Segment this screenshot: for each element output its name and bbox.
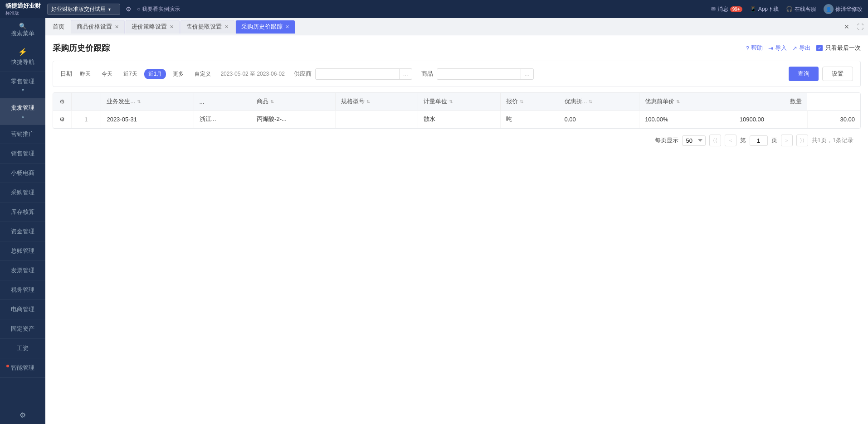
tab-close-icon[interactable]: ✕ [285, 24, 289, 30]
sort-icon: ⇅ [589, 99, 592, 104]
sidebar-item-purchase[interactable]: 采购管理 [0, 183, 45, 202]
invoice-label: 发票管理 [11, 266, 34, 275]
page-content: 采购历史价跟踪 ? 帮助 ⇥ 导入 ↗ 导出 ✓ [45, 35, 868, 424]
page-current-label: 第 [740, 136, 746, 145]
sidebar-item-retail[interactable]: 零售管理 ▾ [0, 72, 45, 98]
sidebar-item-small-ecommerce[interactable]: 小畅电商 [0, 164, 45, 183]
sales-label: 销售管理 [11, 149, 34, 158]
tab-close-icon[interactable]: ✕ [224, 24, 229, 30]
logo-sub: 标准版 [5, 10, 19, 16]
retail-label: 零售管理 [11, 77, 34, 86]
page-last-btn[interactable]: ⟩⟩ [796, 135, 808, 146]
message-item[interactable]: ✉ 消息 99+ [711, 5, 742, 13]
message-label: 消息 [717, 5, 728, 13]
page-next-btn[interactable]: ＞ [781, 135, 793, 146]
help-link[interactable]: ? 帮助 [746, 44, 763, 52]
export-link[interactable]: ↗ 导出 [792, 44, 811, 52]
tab-price-settings[interactable]: 商品价格设置 ✕ [71, 20, 125, 34]
quick-nav-icon: ⚡ [18, 48, 27, 56]
settings-icon[interactable]: ⚙ [126, 5, 132, 13]
row-gear[interactable]: ⚙ [53, 111, 71, 128]
expand-arrow-icon: ▾ [22, 87, 24, 92]
date-btn-more[interactable]: 更多 [169, 69, 188, 79]
tab-close-icon[interactable]: ✕ [170, 24, 174, 30]
table-gear-icon: ⚙ [59, 98, 65, 105]
table-header-original-price[interactable]: 优惠前单价 ⇅ [639, 93, 734, 111]
row-num: 1 [71, 111, 101, 128]
user-area[interactable]: 👤 徐泽华修改 [824, 4, 863, 14]
tab-purchase-strategy-label: 进价策略设置 [132, 23, 167, 31]
sidebar-settings-btn[interactable]: ⚙ [0, 406, 45, 424]
marketing-label: 营销推广 [11, 130, 34, 138]
date-btn-custom[interactable]: 自定义 [190, 69, 215, 79]
product-dots-btn[interactable]: ... [521, 69, 533, 79]
page-prev-btn[interactable]: ＜ [725, 135, 736, 146]
query-button[interactable]: 查询 [789, 67, 819, 81]
sidebar-item-smart[interactable]: 智能管理 [0, 358, 45, 378]
table-header-price[interactable]: 报价 ⇅ [500, 93, 559, 111]
sidebar-search[interactable]: 🔍 搜索菜单 [0, 18, 45, 42]
sidebar-item-invoice[interactable]: 发票管理 [0, 261, 45, 280]
online-service-item[interactable]: 🎧 在线客服 [786, 5, 816, 13]
table-header-unit[interactable]: 计量单位 ⇅ [418, 93, 500, 111]
table-header-dots[interactable]: ... [194, 93, 251, 111]
sidebar-item-quick-nav[interactable]: ⚡ 快捷导航 [0, 42, 45, 72]
product-filter-label: 商品 [421, 70, 433, 78]
product-input[interactable] [437, 69, 521, 79]
tab-home[interactable]: 首页 [47, 20, 70, 34]
sidebar-item-ecommerce[interactable]: 电商管理 [0, 300, 45, 319]
tab-sale-price[interactable]: 售价提取设置 ✕ [180, 20, 234, 34]
product-input-wrap: ... [437, 68, 534, 80]
row-discount: 100.00% [639, 111, 734, 128]
import-link[interactable]: ⇥ 导入 [768, 44, 787, 52]
page-unit: 页 [771, 136, 777, 145]
page-size-select[interactable]: 10 20 50 100 [682, 135, 706, 146]
tab-bar-expand-btn[interactable]: ⛶ [854, 21, 866, 33]
settings-button[interactable]: 设置 [822, 67, 853, 81]
sidebar-item-payroll[interactable]: 工资 [0, 339, 45, 358]
tab-bar: 首页 商品价格设置 ✕ 进价策略设置 ✕ 售价提取设置 ✕ 采购历史价跟踪 ✕ … [45, 18, 868, 35]
row-spec [335, 111, 418, 128]
tab-price-settings-label: 商品价格设置 [77, 23, 112, 31]
sidebar-item-wholesale[interactable]: 批发管理 ▴ [0, 98, 45, 125]
date-btn-1month[interactable]: 近1月 [144, 69, 166, 79]
table-header-gear[interactable]: ⚙ [53, 93, 71, 111]
row-quote: 0.00 [559, 111, 639, 128]
date-btn-today[interactable]: 今天 [98, 69, 117, 79]
gear-icon: ⚙ [20, 411, 26, 419]
tab-purchase-history[interactable]: 采购历史价跟踪 ✕ [235, 20, 295, 34]
table-header-quantity[interactable]: 数量 [734, 93, 807, 111]
sidebar-search-label: 搜索菜单 [11, 30, 34, 37]
import-icon: ⇥ [768, 45, 773, 52]
version-selector[interactable]: 好业财标准版交付试用 ▾ [47, 4, 120, 15]
sidebar-item-fixed-assets[interactable]: 固定资产 [0, 319, 45, 339]
page-input[interactable] [750, 135, 768, 146]
table-header-spec[interactable]: 规格型号 ⇅ [335, 93, 418, 111]
date-btn-yesterday[interactable]: 昨天 [76, 69, 95, 79]
app-download-item[interactable]: 📱 App下载 [750, 5, 779, 13]
sidebar-item-tax[interactable]: 税务管理 [0, 280, 45, 300]
sidebar-item-sales[interactable]: 销售管理 [0, 144, 45, 164]
sidebar-item-general-ledger[interactable]: 总账管理 [0, 241, 45, 261]
demo-label: 我要看实例演示 [142, 5, 180, 13]
supplier-dots-btn[interactable]: ... [399, 69, 412, 79]
page-first-btn[interactable]: ⟨⟨ [709, 135, 721, 146]
date-btn-7days[interactable]: 近7天 [119, 69, 141, 79]
tab-purchase-strategy[interactable]: 进价策略设置 ✕ [126, 20, 180, 34]
sidebar-item-marketing[interactable]: 营销推广 [0, 125, 45, 144]
table-header-discount[interactable]: 优惠折... ⇅ [559, 93, 639, 111]
sidebar-item-inventory[interactable]: 库存核算 [0, 202, 45, 222]
content-area: 首页 商品价格设置 ✕ 进价策略设置 ✕ 售价提取设置 ✕ 采购历史价跟踪 ✕ … [45, 18, 868, 424]
data-table: ⚙ 业务发生... ⇅ ... [53, 93, 860, 128]
table-header-date[interactable]: 业务发生... ⇅ [101, 93, 194, 111]
dot-indicator [6, 365, 9, 367]
supplier-input[interactable] [316, 69, 399, 79]
headset-icon: 🎧 [786, 6, 793, 12]
tab-close-icon[interactable]: ✕ [115, 24, 119, 30]
table-header-product[interactable]: 商品 ⇅ [251, 93, 336, 111]
demo-link[interactable]: ○ 我要看实例演示 [137, 5, 180, 13]
sidebar-item-finance[interactable]: 资金管理 [0, 222, 45, 241]
tab-bar-close-btn[interactable]: ✕ [841, 21, 853, 33]
row-unit: 散水 [418, 111, 500, 128]
last-only-checkbox-label[interactable]: ✓ 只看最后一次 [816, 44, 861, 52]
